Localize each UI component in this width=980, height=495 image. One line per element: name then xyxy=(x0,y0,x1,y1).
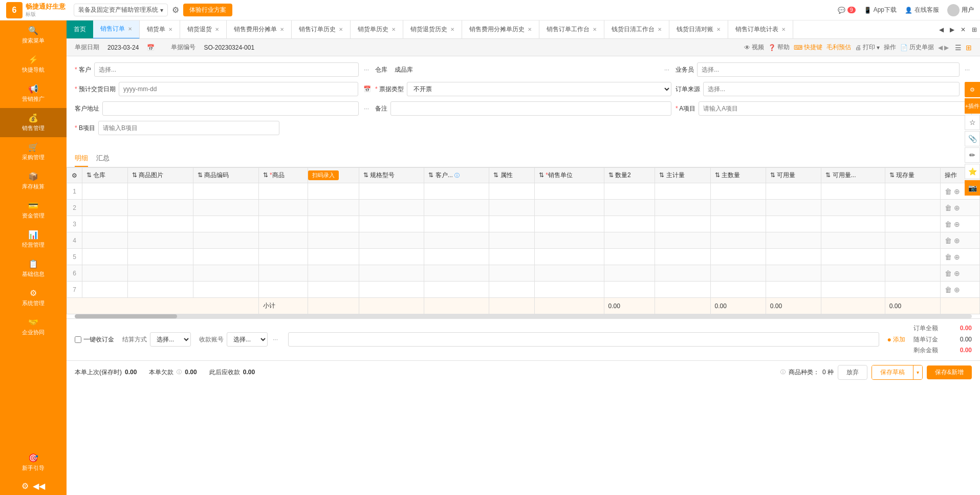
h-scrollbar[interactable] xyxy=(75,314,972,318)
col-main-unit[interactable]: ⇅ 主计量 xyxy=(655,168,710,183)
tab-close-expense-split[interactable]: ✕ xyxy=(280,27,284,32)
sidebar-item-basic[interactable]: 📋 基础信息 xyxy=(0,254,67,283)
product-type-help[interactable]: ⓘ xyxy=(780,369,786,376)
calendar-icon[interactable]: 📅 xyxy=(147,44,155,51)
col-settings[interactable]: ⚙ xyxy=(67,168,82,183)
row-copy-1[interactable]: ⊕ xyxy=(954,187,960,196)
tab-bill-history[interactable]: 销货单历史 ✕ xyxy=(351,20,403,39)
sidebar-item-marketing[interactable]: 📢 营销推广 xyxy=(0,79,67,108)
tab-cash-workbench[interactable]: 钱货日清工作台 ✕ xyxy=(604,20,669,39)
sidebar-item-business[interactable]: 📊 经营管理 xyxy=(0,225,67,254)
row-copy-3[interactable]: ⊕ xyxy=(954,220,960,228)
print-btn[interactable]: 🖨 打印 ▾ xyxy=(855,43,880,52)
right-panel-star[interactable]: ☆ xyxy=(965,115,980,130)
right-panel-photo[interactable]: 📷 xyxy=(965,180,980,196)
scan-button[interactable]: 扫码录入 xyxy=(308,170,339,180)
tab-close-order-history[interactable]: ✕ xyxy=(339,27,343,32)
sidebar-item-system[interactable]: ⚙ 系统管理 xyxy=(0,283,67,312)
sidebar-item-sales[interactable]: 💰 销售管理 xyxy=(0,108,67,137)
col-code[interactable]: ⇅ 商品编码 xyxy=(193,168,258,183)
tab-order-history[interactable]: 销售订单历史 ✕ xyxy=(292,20,351,39)
col-product[interactable]: ⇅ *商品 xyxy=(258,168,308,183)
col-current-qty[interactable]: ⇅ 现存量 xyxy=(885,168,940,183)
delivery-date-icon[interactable]: 📅 xyxy=(363,85,371,93)
row-copy-5[interactable]: ⊕ xyxy=(954,253,960,261)
right-panel-clip[interactable]: 📎 xyxy=(965,131,980,146)
sidebar-item-search[interactable]: 🔍 搜索菜单 xyxy=(0,20,67,50)
row-delete-4[interactable]: 🗑 xyxy=(945,236,952,245)
row-delete-3[interactable]: 🗑 xyxy=(945,220,952,228)
col-available-qty[interactable]: ⇅ 可用量 xyxy=(766,168,821,183)
h-scrollbar-thumb[interactable] xyxy=(75,314,177,318)
sidebar-item-purchase[interactable]: 🛒 采购管理 xyxy=(0,137,67,166)
row-delete-7[interactable]: 🗑 xyxy=(945,286,952,294)
payment-method-select[interactable]: 选择... xyxy=(150,332,191,347)
settings-icon[interactable]: ⚙ xyxy=(172,5,179,15)
tab-close-cash-workbench[interactable]: ✕ xyxy=(658,27,662,32)
online-service-item[interactable]: 👤 在线客服 xyxy=(905,6,939,14)
col-main-qty[interactable]: ⇅ 主数量 xyxy=(710,168,766,183)
b-project-input[interactable] xyxy=(98,121,279,135)
help-btn[interactable]: ❓ 帮助 xyxy=(768,43,790,52)
save-draft-dropdown[interactable]: ▾ xyxy=(913,365,922,379)
one-click-checkbox[interactable]: 一键收订金 xyxy=(75,335,114,344)
system-selector[interactable]: 装备及固定资产辅助管理系统 ▾ xyxy=(74,4,168,16)
tab-expense-history[interactable]: 销售费用分摊单历史 ✕ xyxy=(462,20,539,39)
tab-close-expense-history[interactable]: ✕ xyxy=(528,27,532,32)
tab-close-order-workbench[interactable]: ✕ xyxy=(593,27,597,32)
amount-input[interactable]: 0.00 xyxy=(288,332,879,347)
right-panel-addon[interactable]: +插件 xyxy=(965,98,980,114)
sidebar-item-inventory[interactable]: 📦 库存核算 xyxy=(0,166,67,196)
save-draft-button[interactable]: 保存草稿 xyxy=(872,365,913,379)
user-info[interactable]: 用户 xyxy=(947,4,974,16)
operate-btn[interactable]: 操作 xyxy=(884,43,896,52)
current-amount-help[interactable]: ⓘ xyxy=(177,369,182,376)
tab-order-stats[interactable]: 销售订单统计表 ✕ xyxy=(728,20,793,39)
tab-summary[interactable]: 汇总 xyxy=(96,150,110,167)
tab-close-cash-reconcile[interactable]: ✕ xyxy=(716,27,721,32)
tab-return-history[interactable]: 销货退货历史 ✕ xyxy=(403,20,462,39)
salesperson-more-btn[interactable]: ··· xyxy=(963,66,972,73)
tab-sales-order[interactable]: 销售订单 ✕ xyxy=(93,20,140,39)
sidebar-item-guide[interactable]: 🎯 新手引导 xyxy=(0,448,67,477)
tab-close-bill-history[interactable]: ✕ xyxy=(391,27,396,32)
warehouse-more-btn[interactable]: ··· xyxy=(662,66,671,73)
right-panel-edit[interactable]: ✏ xyxy=(965,147,980,163)
card-view-icon[interactable]: ⊞ xyxy=(966,44,972,52)
tab-close-sales-order[interactable]: ✕ xyxy=(128,26,132,32)
tab-detail[interactable]: 明细 xyxy=(75,150,88,167)
tab-close-order-stats[interactable]: ✕ xyxy=(781,27,786,32)
remark-input[interactable] xyxy=(390,101,671,116)
invoice-type-select[interactable]: 不开票 xyxy=(407,82,671,96)
sidebar-collapse-icon[interactable]: ◀◀ xyxy=(33,481,45,491)
shortcut-btn[interactable]: ⌨ 快捷键 xyxy=(794,43,822,52)
table-wrapper[interactable]: ⚙ ⇅ 仓库 ⇅ 商品图片 ⇅ 商品编码 ⇅ *商品 扫码录入 ⇅ 规格型号 xyxy=(67,167,980,314)
tab-order-workbench[interactable]: 销售订单工作台 ✕ xyxy=(539,20,604,39)
col-scan[interactable]: 扫码录入 xyxy=(308,168,359,183)
tab-sales-bill[interactable]: 销货单 ✕ xyxy=(140,20,180,39)
salesperson-input[interactable] xyxy=(697,62,960,77)
discard-button[interactable]: 放弃 xyxy=(838,365,867,380)
row-copy-4[interactable]: ⊕ xyxy=(954,236,960,245)
tab-menu-icon[interactable]: ✕ xyxy=(957,26,969,33)
history-btn[interactable]: 📄 历史单据 xyxy=(900,43,934,52)
tab-cash-reconcile[interactable]: 钱货日清对账 ✕ xyxy=(669,20,728,39)
col-attribute[interactable]: ⇅ 属性 xyxy=(489,168,535,183)
col-unit[interactable]: ⇅ *销售单位 xyxy=(535,168,604,183)
tab-close-sales-bill[interactable]: ✕ xyxy=(168,27,172,32)
customer-input[interactable] xyxy=(94,62,359,77)
tab-expense-split[interactable]: 销售费用分摊单 ✕ xyxy=(227,20,292,39)
right-panel-star2[interactable]: ⭐ xyxy=(965,164,980,179)
solution-button[interactable]: 体验行业方案 xyxy=(183,4,232,16)
tab-sales-return[interactable]: 销货退货 ✕ xyxy=(180,20,227,39)
account-more-btn[interactable]: ··· xyxy=(271,336,280,343)
col-qty2[interactable]: ⇅ 数量2 xyxy=(604,168,655,183)
address-more-btn[interactable]: ··· xyxy=(362,105,371,112)
sidebar-item-nav[interactable]: ⚡ 快捷导航 xyxy=(0,50,67,79)
customer-address-input[interactable] xyxy=(102,101,359,116)
tab-close-return-history[interactable]: ✕ xyxy=(450,27,454,32)
add-payment-btn[interactable]: ● 添加 xyxy=(887,335,905,344)
col-warehouse[interactable]: ⇅ 仓库 xyxy=(82,168,128,183)
delivery-date-input[interactable] xyxy=(119,82,358,96)
sidebar-item-finance[interactable]: 💳 资金管理 xyxy=(0,196,67,225)
